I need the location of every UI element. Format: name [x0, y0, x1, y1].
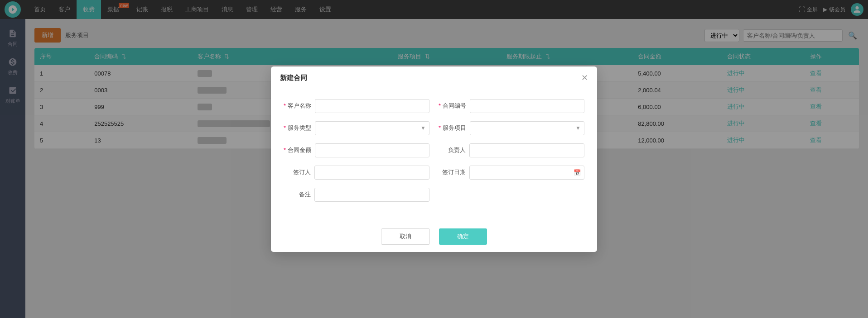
customer-name-label: 客户名称 [284, 102, 311, 110]
signer-group: 签订人 [284, 166, 429, 180]
customer-name-group: 客户名称 [284, 99, 429, 113]
modal-footer: 取消 确定 [271, 221, 597, 252]
new-contract-modal: 新建合同 ✕ 客户名称 合同编号 服务类型 [271, 66, 597, 252]
service-item-select[interactable] [470, 121, 584, 135]
service-item-select-wrap: ▼ [470, 121, 584, 135]
modal-body: 客户名称 合同编号 服务类型 ▼ 服务项目 [271, 88, 597, 221]
sign-date-group: 签订日期 2023-06-06 📅 [439, 166, 584, 180]
remark-label: 备注 [284, 190, 311, 199]
contract-no-group: 合同编号 [439, 99, 584, 113]
sign-date-label: 签订日期 [439, 168, 466, 176]
confirm-button[interactable]: 确定 [439, 228, 487, 245]
form-row-2: 服务类型 ▼ 服务项目 ▼ [284, 121, 584, 135]
contract-amount-label: 合同金额 [284, 146, 311, 154]
cancel-button[interactable]: 取消 [381, 228, 430, 245]
service-item-group: 服务项目 ▼ [439, 121, 584, 135]
form-row-1: 客户名称 合同编号 [284, 99, 584, 113]
remark-group: 备注 [284, 188, 429, 202]
signer-label: 签订人 [284, 168, 311, 176]
contract-amount-input[interactable]: 0.00 [315, 143, 429, 157]
service-type-select[interactable] [315, 121, 429, 135]
assignee-label: 负责人 [439, 146, 466, 154]
assignee-group: 负责人 [439, 143, 584, 157]
service-type-group: 服务类型 ▼ [284, 121, 429, 135]
form-row-4: 签订人 签订日期 2023-06-06 📅 [284, 166, 584, 180]
contract-amount-group: 合同金额 0.00 [284, 143, 429, 157]
modal-title: 新建合同 [280, 74, 307, 82]
service-type-select-wrap: ▼ [315, 121, 429, 135]
service-type-label: 服务类型 [284, 124, 311, 132]
remark-input[interactable] [314, 188, 429, 202]
form-row-3: 合同金额 0.00 负责人 [284, 143, 584, 157]
customer-name-input[interactable] [315, 99, 429, 113]
signer-input[interactable] [314, 166, 429, 180]
form-row-5: 备注 [284, 188, 584, 202]
contract-no-input[interactable] [470, 99, 584, 113]
assignee-input[interactable] [469, 143, 584, 157]
modal-overlay[interactable]: 新建合同 ✕ 客户名称 合同编号 服务类型 [0, 0, 868, 318]
sign-date-input[interactable]: 2023-06-06 [469, 166, 584, 180]
sign-date-wrap: 2023-06-06 📅 [469, 166, 584, 180]
modal-header: 新建合同 ✕ [271, 66, 597, 88]
service-item-label: 服务项目 [439, 124, 466, 132]
contract-no-label: 合同编号 [439, 102, 466, 110]
modal-close-button[interactable]: ✕ [581, 74, 588, 82]
